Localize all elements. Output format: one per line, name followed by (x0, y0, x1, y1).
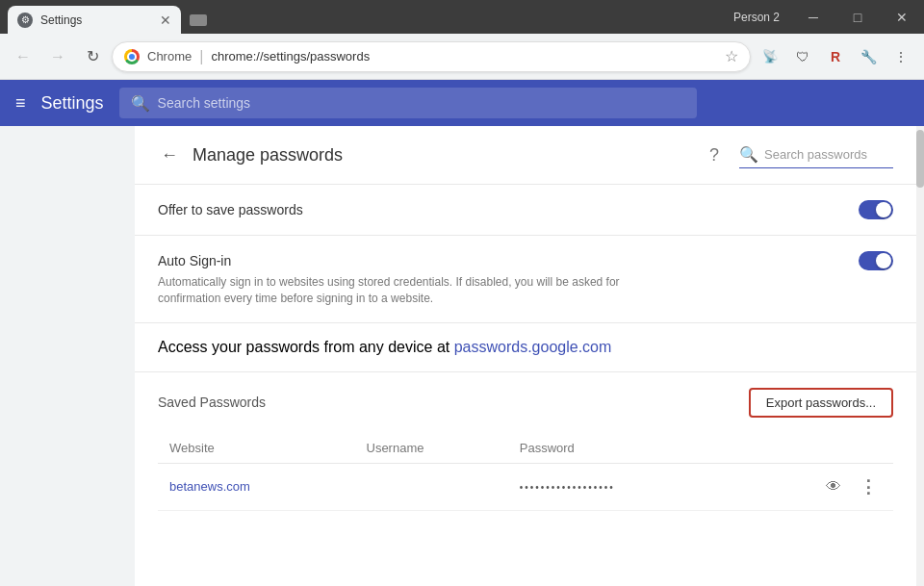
offer-save-label: Offer to save passwords (158, 202, 303, 217)
passwords-table-body: betanews.com •••••••••••••••••• 👁 ⋮ (158, 463, 893, 510)
website-cell: betanews.com (158, 463, 355, 510)
search-settings-bar[interactable]: 🔍 (119, 88, 697, 118)
username-cell (355, 463, 508, 510)
address-text: chrome://settings/passwords (211, 49, 717, 64)
offer-save-section: Offer to save passwords (135, 185, 916, 236)
cast-icon[interactable]: 📡 (755, 41, 785, 72)
saved-passwords-section: Saved Passwords Export passwords... Webs… (135, 372, 916, 526)
auto-signin-label: Auto Sign-in (158, 253, 231, 268)
new-tab-button[interactable] (185, 7, 212, 34)
chrome-logo-icon (124, 49, 140, 64)
website-link[interactable]: betanews.com (169, 479, 250, 494)
password-dots: •••••••••••••••••• (520, 482, 615, 493)
search-settings-input[interactable] (158, 95, 685, 111)
titlebar-controls: Person 2 ─ □ ✕ (722, 0, 924, 34)
close-button[interactable]: ✕ (880, 0, 924, 34)
chrome-text: Chrome (147, 49, 192, 64)
titlebar: ⚙ Settings ✕ Person 2 ─ □ ✕ (0, 0, 924, 34)
new-tab-icon (190, 14, 207, 26)
search-settings-icon: 🔍 (131, 94, 150, 113)
search-passwords-container[interactable]: 🔍 (739, 141, 893, 168)
table-row: betanews.com •••••••••••••••••• 👁 ⋮ (158, 463, 893, 510)
search-passwords-icon: 🔍 (739, 145, 758, 164)
nav-icons-right: 📡 🛡 R 🔧 ⋮ (755, 41, 916, 72)
address-separator: | (199, 48, 203, 65)
refresh-button[interactable]: ↻ (77, 41, 108, 72)
actions-cell: 👁 ⋮ (732, 463, 893, 510)
row-actions: 👁 ⋮ (744, 473, 882, 500)
tab-close-button[interactable]: ✕ (160, 13, 171, 28)
passwords-table: Website Username Password betanews.com •… (158, 433, 893, 511)
extension-icon[interactable]: 🔧 (853, 41, 884, 72)
page-title: Manage passwords (192, 145, 689, 166)
scrollbar-thumb[interactable] (916, 130, 924, 188)
saved-passwords-header: Saved Passwords Export passwords... (158, 388, 893, 418)
passwords-google-link[interactable]: passwords.google.com (454, 339, 612, 355)
maximize-button[interactable]: □ (835, 0, 880, 34)
back-button[interactable]: ← (8, 41, 38, 72)
help-icon[interactable]: ? (701, 141, 728, 168)
passwords-table-head: Website Username Password (158, 433, 893, 464)
tab-favicon: ⚙ (17, 13, 33, 28)
minimize-button[interactable]: ─ (791, 0, 835, 34)
auto-signin-row: Auto Sign-in (158, 251, 893, 270)
table-header-row: Website Username Password (158, 433, 893, 464)
col-password: Password (508, 433, 732, 464)
offer-save-row: Offer to save passwords (158, 200, 893, 219)
col-actions (732, 433, 893, 464)
scrollbar[interactable] (916, 126, 924, 586)
export-passwords-button[interactable]: Export passwords... (749, 388, 893, 418)
settings-title: Settings (41, 93, 104, 114)
more-menu-button[interactable]: ⋮ (886, 41, 916, 72)
content-area: ← Manage passwords ? 🔍 Offer to save pas… (0, 126, 924, 586)
r-extension-icon[interactable]: R (820, 41, 851, 72)
user-label: Person 2 (722, 11, 791, 24)
settings-toolbar: ≡ Settings 🔍 (0, 80, 924, 126)
auto-signin-section: Auto Sign-in Automatically sign in to we… (135, 236, 916, 323)
address-bar[interactable]: Chrome | chrome://settings/passwords ☆ (112, 41, 751, 72)
main-panel: ← Manage passwords ? 🔍 Offer to save pas… (135, 126, 916, 586)
tab-label: Settings (40, 13, 152, 27)
tab-area: ⚙ Settings ✕ (0, 0, 212, 34)
auto-signin-desc: Automatically sign in to websites using … (158, 274, 639, 307)
col-username: Username (355, 433, 508, 464)
shield-icon[interactable]: 🛡 (787, 41, 818, 72)
bookmark-icon[interactable]: ☆ (725, 47, 738, 65)
password-cell: •••••••••••••••••• (508, 463, 732, 510)
forward-button[interactable]: → (42, 41, 73, 72)
search-passwords-input[interactable] (764, 147, 889, 162)
passwords-header: ← Manage passwords ? 🔍 (135, 126, 916, 185)
col-website: Website (158, 433, 355, 464)
active-tab[interactable]: ⚙ Settings ✕ (8, 6, 181, 34)
passwords-back-button[interactable]: ← (158, 143, 181, 166)
saved-passwords-title: Saved Passwords (158, 395, 266, 410)
auto-signin-toggle[interactable] (859, 251, 893, 270)
address-path: chrome://settings/passwords (211, 49, 370, 64)
navbar: ← → ↻ Chrome | chrome://settings/passwor… (0, 34, 924, 80)
more-options-button[interactable]: ⋮ (855, 473, 882, 500)
access-passwords-section: Access your passwords from any device at… (135, 323, 916, 372)
hamburger-menu-icon[interactable]: ≡ (15, 93, 26, 114)
sidebar (0, 126, 135, 586)
titlebar-left: ⚙ Settings ✕ (0, 0, 714, 34)
access-text: Access your passwords from any device at (158, 339, 449, 355)
show-password-button[interactable]: 👁 (820, 473, 847, 500)
offer-save-toggle[interactable] (859, 200, 893, 219)
